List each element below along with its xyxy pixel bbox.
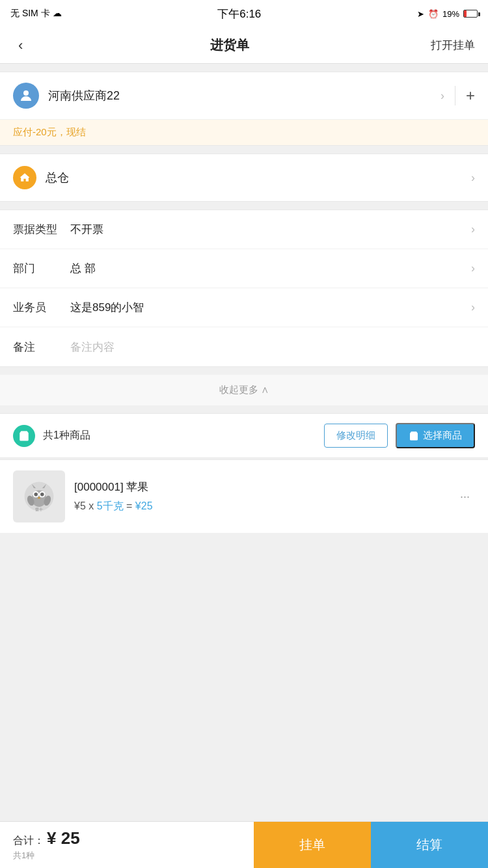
department-row[interactable]: 部门 总 部 › <box>0 249 488 288</box>
battery-icon <box>463 10 478 18</box>
product-thumbnail: 督十 <box>13 470 65 522</box>
bottom-bar: 合计： ¥ 25 共1种 挂单 结算 <box>0 821 488 868</box>
edit-detail-button[interactable]: 修改明细 <box>324 424 388 448</box>
form-section: 票据类型 不开票 › 部门 总 部 › 业务员 这是859的小智 › 备注 备注… <box>0 210 488 367</box>
svg-point-9 <box>34 493 38 496</box>
salesperson-value: 这是859的小智 <box>65 300 471 315</box>
nav-bar: ‹ 进货单 打开挂单 <box>0 27 488 64</box>
supplier-avatar <box>13 83 39 109</box>
total-count: 共1种 <box>13 850 241 861</box>
collapse-row[interactable]: 收起更多 ∧ <box>0 375 488 405</box>
svg-text:督十: 督十 <box>35 507 43 511</box>
salesperson-row[interactable]: 业务员 这是859的小智 › <box>0 288 488 327</box>
total-section: 合计： ¥ 25 共1种 <box>0 828 254 861</box>
page-title: 进货单 <box>210 36 249 54</box>
price-base: ¥5 <box>74 500 86 511</box>
warehouse-section: 总仓 › <box>0 154 488 202</box>
supplier-notice: 应付-20元，现结 <box>0 120 488 145</box>
department-value: 总 部 <box>65 261 471 276</box>
invoice-type-label: 票据类型 <box>13 222 65 237</box>
warehouse-icon <box>13 166 36 189</box>
total-amount: ¥ 25 <box>47 828 80 848</box>
product-header: 共1种商品 修改明细 选择商品 <box>0 413 488 458</box>
price-multiply: x <box>88 500 96 511</box>
salesperson-chevron-icon: › <box>471 301 475 314</box>
warehouse-name: 总仓 <box>46 170 471 185</box>
alarm-icon: ⏰ <box>428 9 439 19</box>
checkout-button[interactable]: 结算 <box>371 822 488 869</box>
warehouse-chevron-icon: › <box>471 171 475 185</box>
house-icon <box>18 171 31 184</box>
product-count-icon <box>13 425 35 447</box>
vertical-divider <box>455 86 455 105</box>
invoice-type-chevron-icon: › <box>471 223 475 236</box>
person-icon <box>18 88 34 103</box>
network-status: 无 SIM 卡 ☁ <box>10 8 62 20</box>
battery-level: 19% <box>442 9 459 19</box>
invoice-type-row[interactable]: 票据类型 不开票 › <box>0 210 488 249</box>
department-label: 部门 <box>13 261 65 276</box>
salesperson-label: 业务员 <box>13 300 65 315</box>
invoice-type-value: 不开票 <box>65 222 471 237</box>
product-price: ¥5 x 5千克 = ¥25 <box>74 500 446 513</box>
back-button[interactable]: ‹ <box>13 32 28 59</box>
svg-point-0 <box>23 90 29 96</box>
hang-button[interactable]: 挂单 <box>254 822 371 869</box>
warehouse-row[interactable]: 总仓 › <box>0 154 488 201</box>
status-right: ➤ ⏰ 19% <box>417 9 478 19</box>
product-info: [0000001] 苹果 ¥5 x 5千克 = ¥25 <box>74 480 446 513</box>
remark-value[interactable]: 备注内容 <box>65 340 475 355</box>
add-supplier-button[interactable]: + <box>466 87 475 105</box>
supplier-chevron-icon: › <box>441 89 444 103</box>
status-time: 下午6:16 <box>217 7 261 21</box>
product-image: 督十 <box>23 481 55 512</box>
select-product-button[interactable]: 选择商品 <box>396 423 475 448</box>
product-name: [0000001] 苹果 <box>74 480 446 495</box>
remark-row[interactable]: 备注 备注内容 <box>0 327 488 366</box>
location-icon: ➤ <box>417 9 424 19</box>
svg-point-10 <box>40 493 44 496</box>
supplier-row[interactable]: 河南供应商22 › + <box>0 72 488 120</box>
product-code: [0000001] <box>74 481 124 493</box>
department-chevron-icon: › <box>471 262 475 275</box>
bag-icon <box>18 430 30 442</box>
open-pending-button[interactable]: 打开挂单 <box>431 38 475 53</box>
price-total: ¥25 <box>135 500 153 511</box>
product-title-name: 苹果 <box>126 481 148 493</box>
status-bar: 无 SIM 卡 ☁ 下午6:16 ➤ ⏰ 19% <box>0 0 488 27</box>
product-count-text: 共1种商品 <box>43 429 316 442</box>
supplier-section: 河南供应商22 › + 应付-20元，现结 <box>0 72 488 146</box>
cart-icon <box>409 431 419 441</box>
total-label: 合计： <box>13 834 44 848</box>
supplier-name: 河南供应商22 <box>48 88 441 103</box>
status-left: 无 SIM 卡 ☁ <box>10 8 62 20</box>
price-equals: = <box>126 500 135 511</box>
select-product-label: 选择商品 <box>423 429 462 442</box>
price-quantity: 5千克 <box>97 500 124 511</box>
product-more-button[interactable]: ··· <box>455 487 475 506</box>
product-item: 督十 [0000001] 苹果 ¥5 x 5千克 = ¥25 ··· <box>0 459 488 533</box>
main-content: 河南供应商22 › + 应付-20元，现结 总仓 › 票据类型 不开票 › <box>0 72 488 585</box>
remark-label: 备注 <box>13 340 65 355</box>
